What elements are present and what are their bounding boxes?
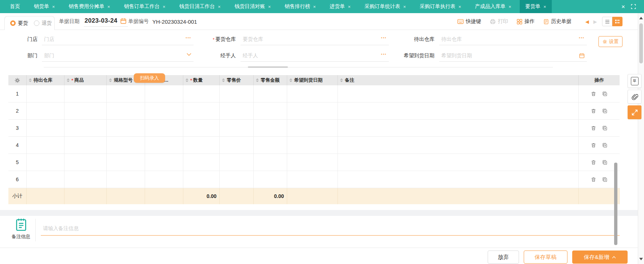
- column-header[interactable]: *商品 扫码录入: [65, 75, 107, 85]
- doc-date-field[interactable]: 2023-03-24: [84, 16, 128, 27]
- close-tab-icon[interactable]: ×: [458, 4, 461, 9]
- scroll-down-icon[interactable]: [639, 258, 643, 260]
- print-button[interactable]: 打印: [490, 18, 508, 25]
- scrollbar-thumb[interactable]: [639, 23, 643, 63]
- table-cell[interactable]: [183, 154, 220, 171]
- close-all-icon[interactable]: ×: [621, 4, 625, 10]
- table-cell[interactable]: [287, 137, 338, 154]
- sort-icon[interactable]: [29, 78, 32, 82]
- table-cell[interactable]: [183, 85, 220, 102]
- grid-scrollbar-thumb[interactable]: [614, 163, 617, 245]
- expand-button[interactable]: [628, 105, 641, 119]
- copy-row-button[interactable]: [602, 125, 608, 131]
- history-documents-button[interactable]: 历史单据: [543, 18, 571, 25]
- draft-box-button[interactable]: 草: [628, 74, 641, 88]
- expect-date-input[interactable]: [439, 49, 587, 62]
- sort-icon[interactable]: [222, 78, 225, 82]
- table-cell[interactable]: [254, 102, 287, 119]
- collapse-handle[interactable]: [248, 66, 288, 68]
- tab-item[interactable]: 销货单×: [28, 0, 61, 13]
- column-header[interactable]: 零售金额: [254, 75, 287, 85]
- table-cell[interactable]: [65, 85, 107, 102]
- table-cell[interactable]: [107, 171, 145, 188]
- more-options-icon[interactable]: •••: [381, 53, 387, 56]
- table-cell[interactable]: [65, 171, 107, 188]
- fullscreen-icon[interactable]: [631, 4, 636, 9]
- column-header[interactable]: *数量: [183, 75, 220, 85]
- table-cell[interactable]: [107, 120, 145, 136]
- table-cell[interactable]: [338, 154, 579, 171]
- sort-icon[interactable]: [289, 78, 292, 82]
- store-input[interactable]: [42, 33, 194, 45]
- sort-icon[interactable]: [109, 78, 112, 82]
- more-options-icon[interactable]: •••: [186, 36, 191, 40]
- out-warehouse-input[interactable]: [439, 33, 587, 45]
- tab-item[interactable]: 销售排行榜×: [279, 0, 321, 13]
- table-cell[interactable]: [145, 154, 183, 171]
- radio-require-goods[interactable]: 要货: [10, 20, 28, 27]
- close-tab-icon[interactable]: ×: [348, 4, 351, 9]
- save-and-new-button[interactable]: 保存&新增: [572, 251, 628, 264]
- table-cell[interactable]: [183, 120, 220, 136]
- next-record-icon[interactable]: ▶: [593, 19, 597, 24]
- delete-row-button[interactable]: [591, 125, 596, 131]
- scroll-up-icon[interactable]: [639, 17, 643, 19]
- close-tab-icon[interactable]: ×: [508, 4, 511, 9]
- shortcut-keys-button[interactable]: 快捷键: [457, 18, 481, 25]
- chevron-down-icon[interactable]: [187, 53, 191, 57]
- save-draft-button[interactable]: 保存草稿: [524, 251, 567, 264]
- list-view-button[interactable]: [602, 17, 612, 26]
- tab-item[interactable]: 钱货日清对账×: [229, 0, 276, 13]
- attachment-button[interactable]: [628, 90, 641, 104]
- table-cell[interactable]: [220, 171, 254, 188]
- table-cell[interactable]: [287, 154, 338, 171]
- tab-home[interactable]: 首页: [4, 0, 26, 13]
- table-cell[interactable]: [145, 137, 183, 154]
- department-select[interactable]: [42, 49, 194, 62]
- tab-item[interactable]: 销售订单工作台×: [118, 0, 171, 13]
- prev-record-icon[interactable]: ◀: [585, 19, 589, 24]
- detail-view-button[interactable]: [612, 17, 622, 26]
- delete-row-button[interactable]: [591, 91, 596, 97]
- copy-row-button[interactable]: [602, 160, 608, 165]
- sort-icon[interactable]: [67, 78, 70, 82]
- table-cell[interactable]: [338, 102, 579, 119]
- table-cell[interactable]: [287, 171, 338, 188]
- tab-item[interactable]: 钱货日清工作台×: [174, 0, 226, 13]
- table-cell[interactable]: [183, 137, 220, 154]
- calendar-icon[interactable]: [579, 53, 585, 59]
- scan-entry-button[interactable]: 扫码录入: [134, 73, 165, 83]
- table-cell[interactable]: [220, 154, 254, 171]
- tab-item[interactable]: 进货单×: [324, 0, 356, 13]
- column-header[interactable]: 希望到货日期: [287, 75, 338, 85]
- table-cell[interactable]: [65, 137, 107, 154]
- operate-menu-button[interactable]: 操作: [517, 18, 535, 25]
- page-scrollbar[interactable]: [638, 13, 644, 264]
- table-cell[interactable]: [287, 85, 338, 102]
- handler-input[interactable]: [241, 49, 389, 62]
- close-tab-icon[interactable]: ×: [163, 4, 165, 9]
- tab-item[interactable]: 销售费用分摊单×: [63, 0, 116, 13]
- tab-item-active[interactable]: 要货单×: [520, 0, 552, 13]
- table-cell[interactable]: [27, 120, 65, 136]
- table-cell[interactable]: [65, 102, 107, 119]
- table-cell[interactable]: [220, 137, 254, 154]
- settings-button[interactable]: 设置: [598, 36, 622, 47]
- copy-row-button[interactable]: [602, 143, 608, 148]
- table-cell[interactable]: [107, 102, 145, 119]
- copy-row-button[interactable]: [602, 177, 608, 182]
- table-cell[interactable]: [220, 120, 254, 136]
- table-cell[interactable]: [65, 120, 107, 136]
- table-cell[interactable]: [145, 85, 183, 102]
- table-cell[interactable]: [107, 154, 145, 171]
- close-tab-icon[interactable]: ×: [268, 4, 271, 9]
- column-header[interactable]: 待出仓库: [27, 75, 65, 85]
- sort-icon[interactable]: [340, 78, 343, 82]
- sort-icon[interactable]: [186, 78, 188, 82]
- table-cell[interactable]: [338, 120, 579, 136]
- table-cell[interactable]: [65, 154, 107, 171]
- table-cell[interactable]: [338, 137, 579, 154]
- calendar-icon[interactable]: [120, 18, 126, 24]
- table-cell[interactable]: [27, 154, 65, 171]
- copy-row-button[interactable]: [602, 108, 608, 114]
